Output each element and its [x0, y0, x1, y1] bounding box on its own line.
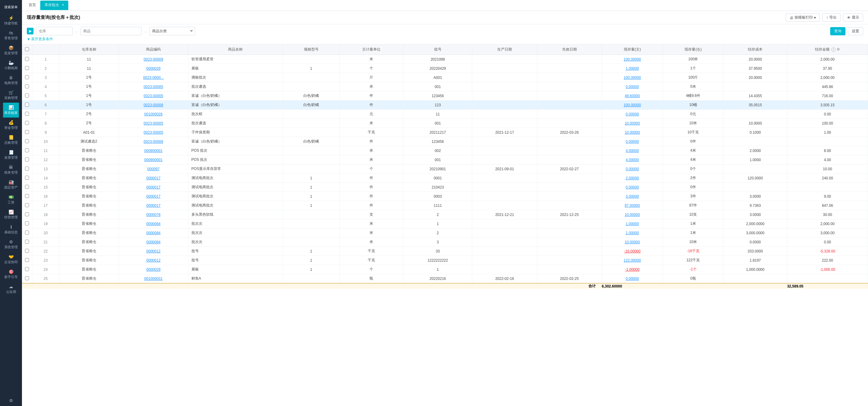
row-product-name: 批次次	[188, 238, 283, 247]
sidebar-item-6[interactable]: 📊库存核算	[3, 103, 19, 117]
sidebar-item-settings[interactable]: ⚙	[0, 396, 22, 406]
row-checkbox[interactable]	[22, 137, 32, 146]
total-cost-info-icon[interactable]: i	[831, 47, 836, 52]
row-prod-date	[472, 146, 537, 155]
row-checkbox[interactable]	[22, 146, 32, 155]
table-row: 5 1号 0023-00005 富诚（白色/奶橘） 白色/奶橘 件 123456…	[22, 91, 868, 101]
row-checkbox[interactable]	[22, 165, 32, 174]
row-checkbox[interactable]	[22, 201, 32, 210]
row-checkbox[interactable]	[22, 256, 32, 265]
sidebar-item-17[interactable]: 🎯新手引导	[3, 267, 19, 282]
col-settings-icon[interactable]: ⚙	[837, 47, 840, 52]
row-qty-main: 4.00000	[602, 146, 663, 155]
row-batch: 3	[403, 238, 472, 247]
row-checkbox[interactable]	[22, 238, 32, 247]
row-checkbox[interactable]	[22, 64, 32, 73]
row-qty-store: 4米	[663, 146, 723, 155]
row-checkbox[interactable]	[22, 192, 32, 201]
row-checkbox[interactable]	[22, 119, 32, 128]
row-product-code: 0000017	[119, 174, 188, 183]
filter-product	[81, 27, 142, 35]
row-checkbox[interactable]	[22, 73, 32, 82]
select-all-checkbox[interactable]	[25, 47, 29, 51]
row-total-cost: 9.00	[787, 192, 868, 201]
col-unit: 主计量单位	[340, 44, 403, 55]
row-checkbox[interactable]	[22, 210, 32, 219]
row-unit: 个	[340, 64, 403, 73]
row-checkbox[interactable]	[22, 219, 32, 229]
sidebar-item-14[interactable]: ℹ基础信息	[3, 222, 19, 237]
show-button[interactable]: 👁 显示	[843, 13, 863, 22]
sidebar-item-16[interactable]: 🤝企业协同	[3, 252, 19, 267]
sidebar-item-1[interactable]: 🛍零售管理	[3, 28, 19, 43]
sidebar-item-7[interactable]: 💰资金管理	[3, 117, 19, 133]
product-input[interactable]	[81, 27, 142, 35]
col-total-cost: 结存金额 i ⚙	[787, 44, 868, 55]
export-button[interactable]: ↑ 导出	[822, 13, 841, 22]
tab-home[interactable]: 首页	[24, 1, 40, 10]
row-checkbox[interactable]	[22, 183, 32, 192]
row-warehouse: A01-01	[59, 128, 119, 137]
row-spec	[283, 219, 340, 229]
row-batch: 002	[403, 146, 472, 155]
row-checkbox[interactable]	[22, 82, 32, 91]
row-exp-date	[537, 73, 601, 82]
row-checkbox[interactable]	[22, 128, 32, 137]
search-button[interactable]: 查询	[830, 27, 845, 35]
sidebar-icon-5: 🛒	[4, 90, 18, 95]
row-checkbox[interactable]	[22, 247, 32, 256]
warehouse-input[interactable]	[36, 27, 72, 35]
sidebar-item-9[interactable]: 🧾发票管理	[3, 147, 19, 162]
sidebar-logo[interactable]: 搜索菜单	[0, 2, 22, 12]
sidebar-item-11[interactable]: 🏭固定资产	[3, 177, 19, 192]
row-spec	[283, 155, 340, 165]
row-warehouse: 1号	[59, 73, 119, 82]
row-checkbox[interactable]	[22, 55, 32, 64]
sidebar-item-15[interactable]: ⚙系统管理	[3, 237, 19, 252]
tab-close-icon[interactable]: ×	[62, 3, 64, 7]
row-no: 9	[32, 128, 59, 137]
row-prod-date	[472, 73, 537, 82]
sidebar-item-12[interactable]: 💵工资	[3, 192, 19, 207]
row-checkbox[interactable]	[22, 265, 32, 274]
sidebar-item-5[interactable]: 🛒采购管理	[3, 88, 19, 103]
row-checkbox[interactable]	[22, 229, 32, 238]
sidebar-item-13[interactable]: 📈经营管理	[3, 207, 19, 222]
row-qty-store: 2件	[663, 174, 723, 183]
sidebar-item-2[interactable]: 📦批发管理	[3, 43, 19, 58]
sidebar-item-10[interactable]: 🏛税务管理	[3, 162, 19, 177]
row-checkbox[interactable]	[22, 274, 32, 283]
print-button[interactable]: 🖨 按模板打印 ▾	[786, 13, 820, 22]
row-product-code: 0000012	[119, 256, 188, 265]
row-warehouse: 晋省粮仓	[59, 192, 119, 201]
sidebar-item-3[interactable]: 🦢小鹅电商	[3, 58, 19, 73]
row-prod-date	[472, 110, 537, 119]
row-unit-cost: 37.9500	[723, 64, 787, 73]
row-checkbox[interactable]	[22, 174, 32, 183]
row-spec	[283, 274, 340, 283]
sidebar-item-18[interactable]: ☁云应用	[3, 282, 19, 297]
row-unit: 件	[340, 101, 403, 110]
sidebar-item-8[interactable]: 📒总账管理	[3, 133, 19, 147]
row-checkbox[interactable]	[22, 110, 32, 119]
col-batch: 批号	[403, 44, 472, 55]
sidebar-label-10: 税务管理	[4, 171, 18, 174]
row-checkbox[interactable]	[22, 101, 32, 110]
row-warehouse: 晋省粮仓	[59, 219, 119, 229]
row-batch: 2021098	[403, 55, 472, 64]
row-exp-date	[537, 55, 601, 64]
tab-active[interactable]: 库存批次 ×	[40, 1, 68, 10]
sidebar-item-0[interactable]: ⚡快捷导航	[3, 13, 19, 28]
row-warehouse: 晋省粮仓	[59, 238, 119, 247]
sidebar-item-4[interactable]: 🖥电商管理	[3, 73, 19, 88]
row-total-cost: -1,000.00	[787, 265, 868, 274]
row-product-name: 测试电商批次	[188, 183, 283, 192]
row-qty-main: 0.00000	[602, 82, 663, 91]
row-checkbox[interactable]	[22, 91, 32, 101]
row-checkbox[interactable]	[22, 155, 32, 165]
filter-arrow-button[interactable]: ▶	[27, 28, 34, 34]
settings-button[interactable]: 设置	[848, 27, 863, 35]
row-product-name: 富诚（白色/奶橘）	[188, 91, 283, 101]
expand-conditions-button[interactable]: ▼ 展开更多条件	[27, 37, 863, 42]
category-select[interactable]: 商品分类	[149, 27, 195, 35]
